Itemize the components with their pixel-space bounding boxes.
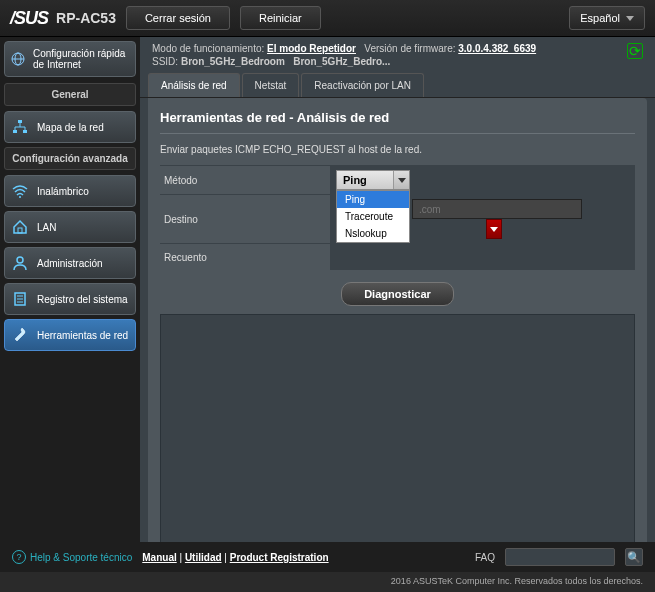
section-advanced: Configuración avanzada [4, 147, 136, 170]
sidebar: Configuración rápida de Internet General… [0, 37, 140, 577]
sidebar-item-nettools[interactable]: Herramientas de red [4, 319, 136, 351]
quick-setup-label: Configuración rápida de Internet [33, 48, 131, 70]
section-general: General [4, 83, 136, 106]
model-name: RP-AC53 [56, 10, 116, 26]
fw-label: Versión de firmware: [364, 43, 455, 54]
diagnose-button[interactable]: Diagnosticar [341, 282, 454, 306]
brand-logo: /SUS [10, 8, 48, 29]
method-label: Método [160, 169, 330, 192]
panel-desc: Enviar paquetes ICMP ECHO_REQUEST al hos… [160, 144, 635, 155]
chevron-down-icon [393, 171, 409, 189]
mode-link[interactable]: El modo Repetidor [267, 43, 356, 54]
tab-netstat[interactable]: Netstat [242, 73, 300, 97]
wifi-icon [11, 183, 29, 199]
refresh-icon[interactable]: ⟳ [627, 43, 643, 59]
sidebar-item-map[interactable]: Mapa de la red [4, 111, 136, 143]
mode-label: Modo de funcionamiento: [152, 43, 264, 54]
network-icon [11, 119, 29, 135]
help-label: Help & Soporte técnico [30, 552, 132, 563]
search-icon[interactable]: 🔍 [625, 548, 643, 566]
wrench-icon [11, 327, 29, 343]
ssid2: Bron_5GHz_Bedro... [293, 56, 390, 67]
search-input[interactable] [505, 548, 615, 566]
reboot-button[interactable]: Reiniciar [240, 6, 321, 30]
globe-icon [9, 51, 27, 67]
map-label: Mapa de la red [37, 122, 104, 133]
info-bar: Modo de funcionamiento: El modo Repetido… [140, 37, 655, 73]
admin-label: Administración [37, 258, 103, 269]
faq-label: FAQ [475, 552, 495, 563]
option-nslookup[interactable]: Nslookup [337, 225, 409, 242]
dest-input[interactable] [412, 199, 582, 219]
help-link[interactable]: ? Help & Soporte técnico [12, 550, 132, 564]
option-traceroute[interactable]: Traceroute [337, 208, 409, 225]
user-icon [11, 255, 29, 271]
sidebar-item-lan[interactable]: LAN [4, 211, 136, 243]
copyright: 2016 ASUSTeK Computer Inc. Reservados to… [0, 572, 655, 592]
tab-wol[interactable]: Reactivación por LAN [301, 73, 424, 97]
language-label: Español [580, 12, 620, 24]
document-icon [11, 291, 29, 307]
dest-label: Destino [160, 208, 330, 231]
footer: ? Help & Soporte técnico Manual | Utilid… [0, 542, 655, 592]
manual-link[interactable]: Manual [142, 552, 176, 563]
method-value: Ping [337, 174, 393, 186]
sidebar-item-syslog[interactable]: Registro del sistema [4, 283, 136, 315]
svg-point-8 [17, 257, 23, 263]
fw-link[interactable]: 3.0.0.4.382_6639 [458, 43, 536, 54]
app-header: /SUS RP-AC53 Cerrar sesión Reiniciar Esp… [0, 0, 655, 37]
ssid-label: SSID: [152, 56, 178, 67]
svg-rect-4 [13, 130, 17, 133]
house-icon [11, 219, 29, 235]
language-selector[interactable]: Español [569, 6, 645, 30]
sidebar-item-wireless[interactable]: Inalámbrico [4, 175, 136, 207]
logout-button[interactable]: Cerrar sesión [126, 6, 230, 30]
lan-label: LAN [37, 222, 56, 233]
panel-title: Herramientas de red - Análisis de red [160, 110, 635, 134]
content-area: Modo de funcionamiento: El modo Repetido… [140, 37, 655, 577]
svg-rect-3 [18, 120, 22, 123]
option-ping[interactable]: Ping [337, 191, 409, 208]
sidebar-item-admin[interactable]: Administración [4, 247, 136, 279]
main-panel: Herramientas de red - Análisis de red En… [148, 98, 647, 572]
count-label: Recuento [160, 246, 330, 269]
productreg-link[interactable]: Product Registration [230, 552, 329, 563]
wireless-label: Inalámbrico [37, 186, 89, 197]
method-select[interactable]: Ping [336, 170, 410, 190]
svg-rect-5 [23, 130, 27, 133]
tab-analysis[interactable]: Análisis de red [148, 73, 240, 97]
utility-link[interactable]: Utilidad [185, 552, 222, 563]
output-area [160, 314, 635, 560]
help-icon: ? [12, 550, 26, 564]
quick-setup-button[interactable]: Configuración rápida de Internet [4, 41, 136, 77]
syslog-label: Registro del sistema [37, 294, 128, 305]
footer-links: Manual | Utilidad | Product Registration [142, 552, 328, 563]
method-dropdown: Ping Traceroute Nslookup [336, 190, 410, 243]
ssid1: Bron_5GHz_Bedroom [181, 56, 285, 67]
nettools-label: Herramientas de red [37, 330, 128, 341]
tab-bar: Análisis de red Netstat Reactivación por… [140, 73, 655, 98]
chevron-down-icon [626, 16, 634, 21]
dest-dropdown-button[interactable] [486, 219, 502, 239]
svg-point-6 [19, 196, 21, 198]
